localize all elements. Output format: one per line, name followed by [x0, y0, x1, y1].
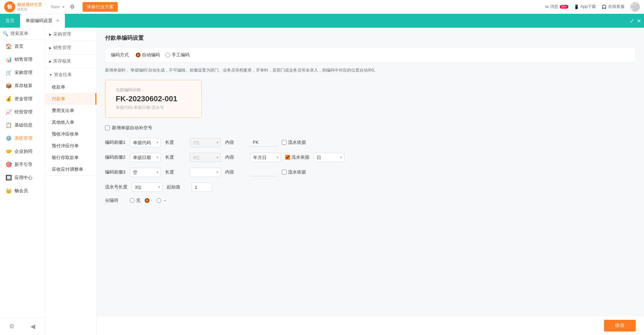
sub-nav-item-bank[interactable]: 银行存取款单: [45, 152, 96, 164]
finance-icon: 💰: [6, 96, 12, 102]
prefix2-select[interactable]: 单据日期: [130, 153, 161, 162]
length1-select[interactable]: 2位: [190, 138, 221, 147]
sep-none-option[interactable]: 无: [130, 197, 141, 204]
content2-select-wrapper: 年月日: [250, 153, 281, 162]
close-tab-icon[interactable]: ✕: [637, 18, 641, 24]
nav-collapse-button[interactable]: ◀: [24, 320, 42, 332]
apps-icon: 🔲: [6, 175, 12, 181]
content2-select[interactable]: 年月日: [250, 153, 281, 162]
sub-nav-item-prepay-offset[interactable]: 预收冲应收单: [45, 128, 96, 140]
length2-label: 长度: [165, 154, 186, 160]
nav-item-enterprise[interactable]: 🤝 企业协同: [0, 145, 45, 158]
experience-button[interactable]: 体验行业方案: [83, 2, 118, 12]
nav-item-operations[interactable]: 📈 经营管理: [0, 105, 45, 119]
nav-item-members[interactable]: 👑 畅会员: [0, 184, 45, 197]
prefix1-row: 编码前缀1 单据代码 长度 2位 内容 流水依据: [105, 138, 636, 147]
tabbar: 首页 单据编码设置 ✕ ⤢ ✕: [0, 14, 644, 28]
encode-method-radio-group: 自动编码 手工编码: [136, 52, 190, 58]
app-download-button[interactable]: 📱 App下载: [574, 4, 596, 10]
nav-settings-button[interactable]: ⚙: [3, 320, 21, 332]
content1-label: 内容: [225, 139, 246, 146]
sub-nav-item-expense[interactable]: 费用支出单: [45, 105, 96, 117]
messages-badge: 99+: [560, 5, 568, 9]
sub-nav-item-other-income[interactable]: 其他收入单: [45, 117, 96, 128]
length3-select-wrapper: [190, 168, 221, 177]
flow1-checkbox-label[interactable]: 流水依据: [282, 139, 306, 146]
code-example-desc: 单据代码-单据日期-流水号: [116, 105, 191, 111]
length3-select[interactable]: [190, 168, 221, 177]
content3-input[interactable]: [250, 168, 278, 176]
download-icon: 📱: [574, 4, 579, 9]
auto-fill-checkbox[interactable]: [105, 125, 110, 130]
prefix3-select[interactable]: 空: [130, 168, 161, 177]
sub-nav-item-payment[interactable]: 付款单: [45, 93, 96, 105]
manual-encode-option[interactable]: 手工编码: [165, 52, 190, 58]
serial-row: 流水号长度 3位 起始值: [105, 183, 636, 192]
home-icon: 🏠: [6, 43, 12, 49]
sub-nav-group-purchase-title[interactable]: ▶ 采购管理: [45, 28, 96, 41]
sep-dash-option[interactable]: －: [156, 197, 167, 204]
length2-select[interactable]: 8位: [190, 153, 221, 162]
flow3-checkbox[interactable]: [282, 170, 287, 175]
prefix1-select[interactable]: 单据代码: [130, 138, 161, 147]
code-example-label: 当前编码示例：: [116, 87, 191, 93]
nav-item-finance[interactable]: 💰 资金管理: [0, 92, 45, 105]
serial-length-select[interactable]: 3位: [132, 183, 163, 192]
tab-document-code[interactable]: 单据编码设置 ✕: [20, 14, 65, 28]
auto-encode-option[interactable]: 自动编码: [136, 52, 160, 58]
sub-nav-group-finance-title[interactable]: ▼ 资金往来: [45, 68, 96, 81]
avatar[interactable]: 用户名: [630, 2, 640, 12]
sub-nav-group-inventory: ▶ 库存核算: [45, 55, 96, 68]
length3-label: 长度: [165, 169, 186, 175]
page-title: 付款单编码设置: [105, 35, 636, 42]
flow2-unit-select[interactable]: 日: [314, 153, 345, 162]
search-icon: 🔍: [3, 31, 8, 36]
tabbar-actions: ⤢ ✕: [629, 18, 644, 24]
nav-bottom: ⚙ ◀: [0, 317, 45, 335]
tab-home[interactable]: 首页: [0, 14, 20, 28]
start-value-input[interactable]: [192, 183, 212, 192]
operations-icon: 📈: [6, 109, 12, 115]
encode-method-row: 编码方式 自动编码 手工编码: [105, 47, 636, 63]
sub-nav-item-receipt[interactable]: 收款单: [45, 81, 96, 93]
content2-label: 内容: [225, 154, 246, 160]
collapse-icon: ▶: [49, 46, 52, 50]
purchase-icon: 🛒: [6, 69, 12, 76]
enterprise-icon: 🤝: [6, 148, 12, 155]
flow2-checkbox-label[interactable]: 流水依据: [285, 154, 309, 160]
save-button[interactable]: 保存: [604, 320, 636, 332]
serial-length-label: 流水号长度: [105, 184, 127, 190]
sep-dot-option[interactable]: ·: [145, 198, 152, 203]
flow1-checkbox[interactable]: [282, 140, 287, 145]
messages-button[interactable]: ✉ 消息 99+: [545, 4, 568, 10]
expand-icon[interactable]: ⤢: [629, 18, 634, 24]
nav-item-sales[interactable]: 📊 销售管理: [0, 53, 45, 66]
service-icon: 🎧: [602, 4, 607, 9]
content1-input[interactable]: [250, 138, 278, 147]
chevron-down-icon[interactable]: ▾: [63, 4, 65, 9]
content-wrapper: 付款单编码设置 编码方式 自动编码 手工编码 新增单据时，'单据编码'自动生成，…: [97, 28, 644, 335]
nav-item-apps[interactable]: 🔲 应用中心: [0, 171, 45, 184]
inventory-icon: 📦: [6, 83, 12, 89]
nav-item-guide[interactable]: 🎯 新手引导: [0, 158, 45, 171]
nav-item-home[interactable]: 🏠 首页: [0, 40, 45, 53]
nav-item-purchase[interactable]: 🛒 采购管理: [0, 66, 45, 79]
online-service-button[interactable]: 🎧 在线客服: [602, 4, 625, 10]
flow2-checkbox[interactable]: [285, 155, 290, 160]
nav-item-inventory[interactable]: 📦 库存核算: [0, 79, 45, 92]
nav-item-basic[interactable]: 📋 基础信息: [0, 119, 45, 132]
search-menu-button[interactable]: 🔍 搜索菜单: [0, 28, 45, 40]
nav-item-system[interactable]: ⚙️ 系统管理: [0, 132, 45, 145]
flow3-checkbox-label[interactable]: 流水依据: [282, 169, 306, 175]
tab-close-icon[interactable]: ✕: [56, 18, 59, 23]
sub-nav-group-sales-title[interactable]: ▶ 销售管理: [45, 41, 96, 54]
topbar-divider: [46, 3, 47, 10]
sub-nav-item-adjustment[interactable]: 应收应付调整单: [45, 164, 96, 175]
sub-nav: ▶ 采购管理 ▶ 销售管理 ▶ 库存核算 ▼ 资金往来 收款单 付款单 费用支出…: [45, 28, 97, 335]
code-example-value: FK-20230602-001: [116, 94, 191, 103]
gear-icon[interactable]: ⚙: [67, 2, 77, 12]
sub-nav-item-advance-offset[interactable]: 预付冲应付单: [45, 140, 96, 152]
breadcrumb: Nare: [51, 4, 60, 9]
guide-icon: 🎯: [6, 161, 12, 168]
sub-nav-group-inventory-title[interactable]: ▶ 库存核算: [45, 55, 96, 68]
